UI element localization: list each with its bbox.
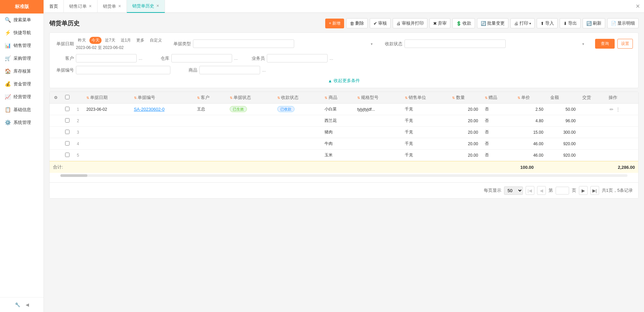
row-checkbox-cell[interactable] — [62, 150, 73, 161]
refresh-button[interactable]: 🔃 刷新 — [583, 18, 605, 28]
col-collect-status[interactable]: ⇅ 收款状态 — [274, 92, 321, 104]
shortcut-yesterday[interactable]: 昨天 — [76, 37, 88, 44]
col-doc-date[interactable]: ⇅ 单据日期 — [83, 92, 131, 104]
row-operation — [605, 115, 638, 127]
sidebar-item-operation-mgmt[interactable]: 📈 经营管理 — [0, 90, 44, 103]
batch-change-button[interactable]: 🔄 批量变更 — [477, 18, 508, 28]
tab-sales-order-label: 销售订单 — [69, 3, 87, 9]
col-doc-status[interactable]: ⇅ 单据状态 — [226, 92, 274, 104]
goods-ellipsis-icon[interactable]: ... — [262, 68, 266, 73]
export-icon: ⬇ — [563, 21, 567, 26]
import-button[interactable]: ⬆ 导入 — [537, 18, 558, 28]
table-footer: 合计: 100.00 2,286.00 — [50, 161, 638, 173]
customer-ellipsis-icon[interactable]: ... — [139, 56, 142, 61]
abandon-button[interactable]: ✖ 弃审 — [429, 18, 450, 28]
collapse-button[interactable]: ▲ 收起更多条件 — [55, 78, 633, 84]
delete-icon: 🗑 — [350, 21, 354, 26]
warehouse-input[interactable] — [171, 54, 232, 62]
row-checkbox[interactable] — [65, 130, 69, 134]
doc-no-input[interactable] — [76, 66, 170, 74]
tab-sales-order[interactable]: 销售订单 ✕ — [64, 0, 97, 13]
row-checkbox-cell[interactable] — [62, 104, 73, 115]
col-sales-unit[interactable]: ⇅ 销售单位 — [401, 92, 449, 104]
sidebar-item-basic-info[interactable]: 📋 基础信息 — [0, 103, 44, 116]
query-button[interactable]: 查询 — [595, 39, 615, 49]
col-doc-no[interactable]: ⇅ 单据编号 — [131, 92, 194, 104]
tab-sales-goods-history-close[interactable]: ✕ — [156, 4, 159, 8]
abandon-icon: ✖ — [433, 21, 437, 26]
goods-input[interactable] — [199, 66, 260, 74]
col-settings[interactable]: ⚙ — [50, 92, 62, 104]
sidebar-item-capital-mgmt[interactable]: 💰 资金管理 — [0, 78, 44, 90]
row-gift: 否 — [481, 104, 514, 115]
export-button[interactable]: ⬇ 导出 — [560, 18, 581, 28]
row-quantity: 20.00 — [449, 150, 481, 161]
delete-button[interactable]: 🗑 删除 — [346, 18, 368, 28]
settings-bottom-icon[interactable]: 🔧 — [15, 302, 20, 307]
customer-input[interactable] — [76, 54, 137, 62]
row-checkbox-cell[interactable] — [62, 127, 73, 138]
next-page-btn[interactable]: ▶ — [579, 186, 588, 195]
tab-sales-order-close[interactable]: ✕ — [89, 4, 92, 8]
collect-status-select[interactable] — [404, 40, 506, 48]
row-checkbox[interactable] — [65, 141, 69, 146]
col-customer[interactable]: ⇅ 客户 — [194, 92, 226, 104]
sidebar-item-system-mgmt[interactable]: ⚙️ 系统管理 — [0, 116, 44, 129]
edit-action-btn[interactable]: ✏ — [609, 107, 615, 112]
col-goods[interactable]: ⇅ 商品 — [321, 92, 354, 104]
more-action-btn[interactable]: ⋮ — [615, 107, 621, 112]
sort-icon: ⇅ — [134, 96, 137, 100]
sidebar-item-sales-mgmt[interactable]: 📊 销售管理 — [0, 39, 44, 52]
page-size-select[interactable]: 50 100 200 — [504, 186, 523, 195]
col-spec[interactable]: ⇅ 规格型号 — [354, 92, 401, 104]
audit-button[interactable]: ✔ 审核 — [370, 18, 391, 28]
show-detail-button[interactable]: 📄 显示明细 — [607, 18, 639, 28]
tab-sales-goods-history[interactable]: 销货单历史 ✕ — [127, 0, 165, 13]
row-checkbox[interactable] — [65, 107, 69, 111]
tab-home[interactable]: 首页 — [44, 0, 64, 13]
shortcut-month1[interactable]: 近1月 — [119, 37, 133, 44]
shortcut-week7[interactable]: 近7天 — [103, 37, 117, 44]
row-checkbox-cell[interactable] — [62, 138, 73, 150]
collect-button[interactable]: 💲 收款 — [452, 18, 475, 28]
data-table: ⚙ ⇅ 单据日期 ⇅ 单据编号 ⇅ 客户 ⇅ 单据状态 ⇅ 收款状态 ⇅ 商品 … — [50, 92, 638, 161]
print-button[interactable]: 🖨 打印 ▾ — [510, 18, 535, 28]
tab-bar-close-btn[interactable]: ✕ — [632, 3, 644, 9]
setting-button[interactable]: 设置 — [617, 39, 633, 49]
col-checkbox[interactable] — [62, 92, 73, 104]
prev-page-btn[interactable]: ◀ — [537, 186, 546, 195]
col-gift[interactable]: ⇅ 赠品 — [481, 92, 514, 104]
warehouse-ellipsis-icon[interactable]: ... — [234, 56, 238, 61]
row-checkbox[interactable] — [65, 153, 69, 157]
row-checkbox[interactable] — [65, 118, 69, 123]
scrollbar-thumb[interactable] — [60, 174, 87, 177]
audit-print-button[interactable]: 🖨 审核并打印 — [393, 18, 427, 28]
filter-goods-item: 商品 ... — [178, 66, 266, 74]
shortcut-today[interactable]: 今天 — [89, 37, 102, 44]
select-all-checkbox[interactable] — [65, 95, 69, 99]
sidebar-item-inventory-calc[interactable]: 🏠 库存核算 — [0, 65, 44, 78]
staff-input[interactable] — [267, 54, 328, 62]
sidebar-item-purchase-mgmt[interactable]: 🛒 采购管理 — [0, 52, 44, 65]
col-quantity[interactable]: ⇅ 数量 — [449, 92, 481, 104]
last-page-btn[interactable]: ▶| — [590, 186, 599, 195]
filter-doc-no-item: 单据编号 — [55, 66, 170, 74]
staff-ellipsis-icon[interactable]: ... — [330, 56, 333, 61]
row-checkbox-cell[interactable] — [62, 115, 73, 127]
filter-warehouse-label: 仓库 — [150, 55, 169, 61]
doc-no-link[interactable]: SA-20230602-0 — [134, 107, 165, 112]
tab-sales-goods-close[interactable]: ✕ — [118, 4, 121, 8]
sidebar-item-search-menu[interactable]: 🔍 搜索菜单 — [0, 14, 44, 26]
new-button[interactable]: + 新增 — [325, 19, 344, 28]
shortcut-custom[interactable]: 自定义 — [148, 37, 164, 44]
collapse-bottom-icon[interactable]: ◀ — [26, 302, 29, 307]
page-number-input[interactable]: 1 — [556, 187, 569, 194]
horizontal-scrollbar[interactable] — [60, 174, 627, 177]
sidebar-item-quick-nav[interactable]: ⚡ 快捷导航 — [0, 26, 44, 39]
tab-sales-goods[interactable]: 销货单 ✕ — [97, 0, 127, 13]
first-page-btn[interactable]: |◀ — [526, 186, 534, 195]
row-doc-date — [83, 127, 131, 138]
doc-type-select[interactable] — [193, 40, 294, 48]
shortcut-more[interactable]: 更多 — [134, 37, 146, 44]
col-unit-price[interactable]: ⇅ 单价 — [514, 92, 547, 104]
